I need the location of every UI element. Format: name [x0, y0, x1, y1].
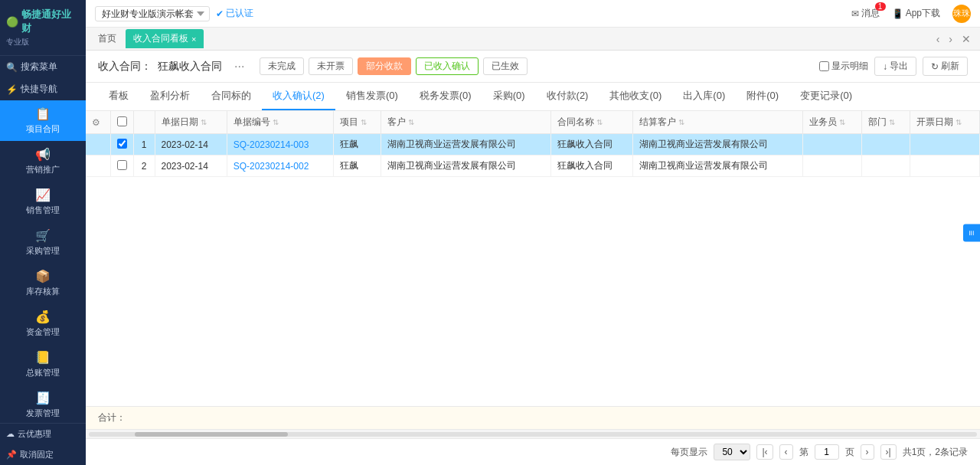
sidebar-item-label: 营销推广	[26, 164, 60, 175]
page-prev-btn[interactable]: ‹	[779, 444, 793, 460]
row-checkbox[interactable]	[117, 139, 127, 149]
download-icon: 📱	[892, 8, 903, 19]
tab-prev-btn[interactable]: ‹	[933, 31, 943, 47]
sub-tab-warehouse[interactable]: 出入库(0)	[672, 83, 736, 110]
horizontal-scrollbar[interactable]	[86, 429, 980, 438]
sidebar-item-quick-nav[interactable]: ⚡ 快捷导航	[0, 78, 86, 100]
sidebar-item-purchase[interactable]: 🛒 采购管理	[0, 222, 86, 263]
sidebar-item-project-contract[interactable]: 📋 项目合同	[0, 100, 86, 141]
status-btn-effective[interactable]: 已生效	[483, 57, 528, 75]
status-btn-partial[interactable]: 部分收款	[358, 57, 411, 75]
tab-home[interactable]: 首页	[92, 29, 122, 48]
sidebar-unpin-btn[interactable]: 📌 取消固定	[0, 444, 86, 465]
page-next-btn[interactable]: ›	[861, 444, 874, 460]
page-input[interactable]: 1	[815, 444, 839, 460]
sort-orderno-icon[interactable]: ⇅	[273, 118, 279, 126]
row-billing-customer: 湖南卫视商业运营发展有限公司	[633, 134, 803, 156]
col-checkbox	[110, 111, 133, 134]
sidebar-item-invoice[interactable]: 🧾 发票管理	[0, 385, 86, 423]
sidebar-item-general[interactable]: 📒 总账管理	[0, 344, 86, 385]
select-all-checkbox[interactable]	[117, 116, 127, 126]
sub-tab-attachment[interactable]: 附件(0)	[736, 83, 789, 110]
status-btn-confirmed[interactable]: 已收入确认	[416, 57, 479, 75]
show-detail-input[interactable]	[819, 61, 829, 71]
sub-tab-purchase[interactable]: 采购(0)	[482, 83, 536, 110]
sub-tab-board[interactable]: 看板	[98, 83, 139, 110]
sidebar-item-label: 发票管理	[26, 408, 60, 419]
row-checkbox[interactable]	[117, 160, 127, 170]
tab-contract-board[interactable]: 收入合同看板 ×	[126, 29, 204, 48]
per-page-select[interactable]: 50	[714, 444, 750, 460]
message-btn[interactable]: ✉ 1 消息	[851, 7, 880, 20]
sort-dept-icon[interactable]: ⇅	[889, 118, 895, 126]
tab-close-btn[interactable]: ×	[191, 34, 196, 44]
sort-contract-icon[interactable]: ⇅	[596, 118, 603, 126]
sidebar-item-sales[interactable]: 📈 销售管理	[0, 182, 86, 222]
sort-sales-icon[interactable]: ⇅	[839, 118, 845, 126]
sub-tab-subject[interactable]: 合同标的	[201, 83, 262, 110]
sidebar-item-marketing[interactable]: 📢 营销推广	[0, 141, 86, 182]
certified-badge: ✔ 已认证	[216, 7, 253, 20]
user-avatar[interactable]: 珠珠	[952, 5, 971, 23]
row-date: 2023-02-14	[155, 156, 227, 177]
sort-billing-icon[interactable]: ⇅	[678, 118, 684, 126]
export-label: 导出	[890, 60, 908, 73]
more-options-btn[interactable]: ···	[234, 60, 244, 74]
footer-total-label: 合计：	[98, 412, 126, 423]
sub-tab-revenue-confirm[interactable]: 收入确认(2)	[262, 83, 335, 110]
content-header-actions: 显示明细 ↓ 导出 ↻ 刷新	[819, 57, 968, 76]
tab-next-btn[interactable]: ›	[946, 31, 956, 47]
show-detail-checkbox[interactable]: 显示明细	[819, 60, 868, 73]
row-order-no: SQ-20230214-003	[227, 134, 333, 156]
page-first-btn[interactable]: |‹	[756, 444, 773, 460]
settings-icon[interactable]: ⚙	[92, 117, 100, 128]
table-row[interactable]: 2 2023-02-14 SQ-20230214-002 狂飙 湖南卫视商业运营…	[86, 156, 980, 177]
col-rownum	[133, 111, 155, 134]
inventory-icon: 📦	[35, 269, 51, 283]
page-last-btn[interactable]: ›|	[880, 444, 897, 460]
status-btn-incomplete[interactable]: 未完成	[260, 57, 304, 75]
sort-customer-icon[interactable]: ⇅	[408, 118, 414, 126]
status-btn-uninvoiced[interactable]: 未开票	[309, 57, 353, 75]
sub-tab-change-log[interactable]: 变更记录(0)	[789, 83, 863, 110]
sidebar-item-inventory[interactable]: 📦 库存核算	[0, 263, 86, 303]
sub-tab-label: 税务发票	[420, 90, 459, 101]
sidebar-menu: 🔍 搜索菜单 ⚡ 快捷导航 📋 项目合同 📢 营销推广 📈 销售管理 🛒 采购管…	[0, 56, 86, 423]
order-no-link[interactable]: SQ-20230214-002	[234, 161, 309, 172]
sub-tab-count: (0)	[513, 90, 525, 101]
sub-tab-payment[interactable]: 收付款(2)	[536, 83, 599, 110]
sidebar-item-search[interactable]: 🔍 搜索菜单	[0, 56, 86, 78]
sub-tab-other[interactable]: 其他收支(0)	[599, 83, 672, 110]
sub-tab-label: 出入库	[683, 90, 713, 101]
sidebar-item-funds[interactable]: 💰 资金管理	[0, 303, 86, 344]
company-selector[interactable]: 好业财专业版演示帐套	[95, 6, 210, 21]
export-btn[interactable]: ↓ 导出	[874, 57, 916, 76]
order-no-link[interactable]: SQ-20230214-003	[234, 139, 309, 150]
certified-icon: ✔	[216, 8, 224, 19]
sub-tab-label: 采购	[493, 90, 513, 101]
app-download-btn[interactable]: 📱 App下载	[892, 7, 940, 20]
scrollbar-thumb[interactable]	[135, 432, 288, 437]
sub-tab-profit[interactable]: 盈利分析	[139, 83, 201, 110]
refresh-btn[interactable]: ↻ 刷新	[923, 57, 968, 76]
table-row[interactable]: 1 2023-02-14 SQ-20230214-003 狂飙 湖南卫视商业运营…	[86, 134, 980, 156]
sidebar-logo: 🟢 畅捷通好业财 专业版	[0, 0, 86, 56]
sidebar-bottom: ☁ 云优惠理 📌 取消固定	[0, 423, 86, 465]
sidebar-cloud-btn[interactable]: ☁ 云优惠理	[0, 424, 86, 444]
row-number: 2	[133, 156, 155, 177]
tab-close-all-btn[interactable]: ✕	[959, 31, 974, 47]
sort-invoice-date-icon[interactable]: ⇅	[956, 118, 962, 126]
sub-tab-count: (0)	[459, 90, 472, 101]
sort-date-icon[interactable]: ⇅	[201, 118, 207, 126]
right-panel-toggle[interactable]: ≡	[963, 224, 980, 241]
row-billing-customer: 湖南卫视商业运营发展有限公司	[633, 156, 803, 177]
sidebar-item-label: 销售管理	[26, 205, 60, 216]
sort-project-icon[interactable]: ⇅	[361, 118, 367, 126]
sub-tab-sales-invoice[interactable]: 销售发票(0)	[335, 83, 409, 110]
company-select[interactable]: 好业财专业版演示帐套	[95, 6, 210, 21]
unpin-label: 取消固定	[20, 449, 54, 460]
row-date: 2023-02-14	[155, 134, 227, 156]
row-checkbox-cell	[110, 156, 133, 177]
app-logo: 🟢 畅捷通好业财	[6, 8, 80, 35]
sub-tab-tax-invoice[interactable]: 税务发票(0)	[409, 83, 482, 110]
